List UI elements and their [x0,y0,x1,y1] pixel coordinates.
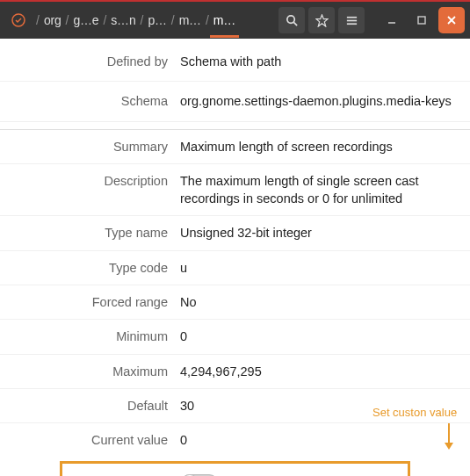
hamburger-icon [345,14,358,27]
bookmark-button[interactable] [308,7,335,33]
row-current-value: Current value 0 [0,423,470,457]
annotation-set-custom: Set custon value [372,406,457,419]
minimize-icon [387,15,397,25]
breadcrumb-item[interactable]: p… [144,13,170,27]
breadcrumb-item[interactable]: s…n [107,13,139,27]
breadcrumb-item[interactable]: org [40,13,65,27]
value-type-code: u [180,259,470,277]
row-summary: Summary Maximum length of screen recordi… [0,129,470,164]
row-description: Description The maximum length of single… [0,164,470,217]
value-maximum: 4,294,967,295 [180,363,470,380]
label-defined-by: Defined by [0,53,180,70]
label-default: Default [0,397,180,415]
minimize-button[interactable] [379,7,405,33]
breadcrumb-item[interactable]: g…e [69,13,102,27]
value-schema: org.gnome.settings-daemon.plugins.media-… [180,92,470,110]
row-schema: Schema org.gnome.settings-daemon.plugins… [0,82,470,121]
svg-line-2 [293,22,297,25]
value-minimum: 0 [180,328,470,345]
value-description: The maximum length of single screen cast… [180,172,470,208]
row-use-default-highlighted: Use default value [60,461,410,476]
value-summary: Maximum length of screen recordings [180,138,470,155]
label-type-code: Type code [0,259,180,277]
star-icon [315,14,329,27]
search-icon [286,14,299,27]
label-maximum: Maximum [0,363,180,380]
label-current-value: Current value [0,431,180,449]
value-type-name: Unsigned 32-bit integer [180,224,470,242]
label-type-name: Type name [0,224,180,242]
annotation-arrow-icon [443,422,455,453]
svg-rect-7 [418,17,425,24]
value-current-value: 0 [180,431,470,449]
maximize-icon [416,15,427,25]
row-defined-by: Defined by Schema with path [0,42,470,82]
breadcrumb-item[interactable]: m… [176,13,205,27]
row-forced-range: Forced range No [0,285,470,320]
headerbar: / org / g…e / s…n / p… / m… / m… [0,0,470,39]
search-button[interactable] [278,7,305,33]
row-type-code: Type code u [0,251,470,285]
breadcrumb: / org / g…e / s…n / p… / m… / m… [35,3,239,38]
label-forced-range: Forced range [0,293,180,311]
dconf-app-icon[interactable] [5,7,32,33]
row-type-name: Type name Unsigned 32-bit integer [0,216,470,250]
close-icon [446,15,457,25]
row-maximum: Maximum 4,294,967,295 [0,355,470,389]
label-description: Description [0,172,180,208]
value-defined-by: Schema with path [180,53,470,70]
value-forced-range: No [180,293,470,311]
menu-button[interactable] [338,7,365,33]
row-minimum: Minimum 0 [0,320,470,354]
label-schema: Schema [0,92,180,110]
maximize-button[interactable] [409,7,435,33]
close-button[interactable] [438,7,465,33]
svg-point-1 [286,15,293,22]
label-summary: Summary [0,138,180,155]
label-minimum: Minimum [0,328,180,345]
breadcrumb-item-active[interactable]: m… [210,13,239,38]
